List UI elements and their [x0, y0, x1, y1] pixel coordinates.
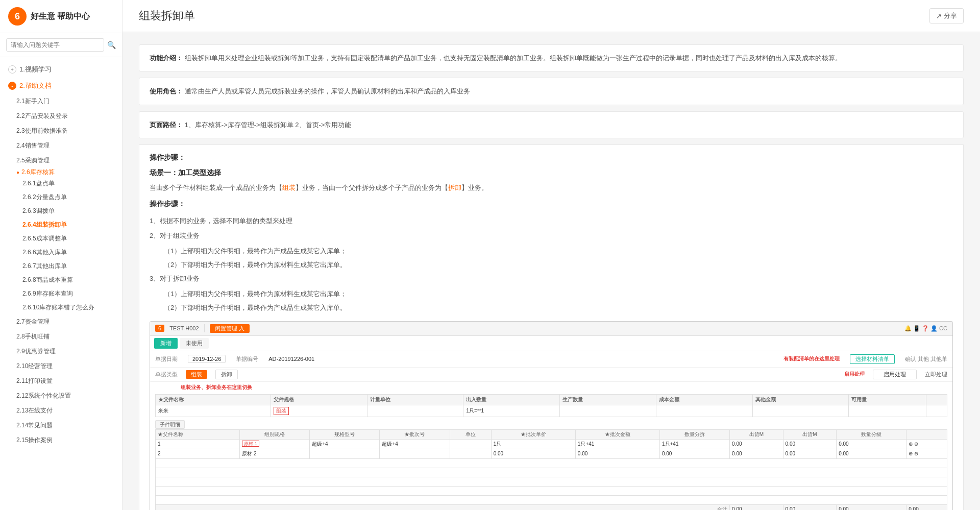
search-icon[interactable]: 🔍 [107, 41, 116, 49]
logo-text: 好生意 帮助中心 [31, 11, 90, 22]
sidebar-item-2-8[interactable]: 2.8手机旺铺 [16, 329, 122, 344]
sidebar-item-2-6-1[interactable]: 2.6.1盘点单 [22, 177, 122, 190]
date-label: 单据日期 [155, 355, 178, 363]
scenario1-title: 场景一：加工类型选择 [150, 168, 953, 178]
ltd-1-1: 1 [156, 439, 240, 449]
app-upper-table-container: ★父件名称 父件规格 计量单位 出入数量 生产数量 成本金额 其他金额 可用量 [150, 392, 952, 419]
sidebar-item-2-6-5[interactable]: 2.6.5成本调整单 [22, 232, 122, 246]
path-text: 1、库存核算->库存管理->组装拆卸单 2、首页->常用功能 [185, 121, 352, 129]
ltd-2-3 [310, 449, 380, 458]
nav-tab-new[interactable]: 新增 [154, 338, 178, 349]
ops-title: 操作步骤： [150, 153, 953, 162]
sidebar-item-2-14[interactable]: 2.14常见问题 [16, 418, 122, 433]
lth-3: 规格型号 [310, 429, 380, 439]
ltd-2-2: 原材 2 [240, 449, 310, 458]
tfoot-v4: 0.00 [906, 504, 947, 510]
empty-row-3 [156, 458, 947, 468]
assemble-tab[interactable]: 组装 [186, 370, 207, 379]
nav-tab-unused[interactable]: 未使用 [180, 338, 209, 349]
annotation-row2: 组装业务、拆卸业务在这里切换 [150, 382, 952, 392]
sidebar-item-2-2[interactable]: 2.2产品安装及登录 [16, 109, 122, 124]
ltd-2-7: 0.00 [575, 449, 659, 458]
sidebar-item-2-11[interactable]: 2.11打印设置 [16, 374, 122, 388]
app-form-row: 单据日期 2019-12-26 单据编号 AD-20191226-001 有装配… [150, 351, 952, 368]
sidebar-item-2[interactable]: - 2.帮助文档 [0, 78, 122, 94]
ltd-1-5 [450, 439, 491, 449]
sidebar-item-2-6[interactable]: ● 2.6库存核算 [16, 168, 122, 177]
step3-sub1: （1）上部明细为父件明细，最终作为原材料生成某它出库单； [164, 288, 953, 300]
td-row1-action [926, 405, 947, 417]
sidebar-item-2-6-2[interactable]: 2.6.2分量盘点单 [22, 190, 122, 204]
intro-label: 功能介绍： [150, 54, 183, 62]
sidebar-item-2-9[interactable]: 2.9优惠券管理 [16, 344, 122, 359]
lth-4: ★批次号 [380, 429, 450, 439]
ltd-2-11: 0.00 [837, 449, 906, 458]
type-tabs-label: 单据类型 [155, 371, 178, 378]
role-label: 使用角色： [150, 87, 183, 95]
tfoot-label: 合计 [156, 504, 730, 510]
ltd-2-6: 0.00 [491, 449, 575, 458]
date-val: 2019-12-26 [188, 355, 226, 363]
sidebar-item-2-6-4[interactable]: 2.6.4组装拆卸单 [22, 218, 122, 232]
confirm-btn[interactable]: 选择材料清单 [850, 354, 895, 364]
sidebar-item-2-12[interactable]: 2.12系统个性化设置 [16, 388, 122, 403]
intro-block: 功能介绍： 组装拆卸单用来处理企业组装或拆卸等加工业务，支持有固定装配清单的产品… [139, 44, 964, 71]
sidebar-item-2-5[interactable]: 2.5采购管理 [16, 153, 122, 168]
td-row1-unit [367, 405, 463, 417]
ltd-2-1: 2 [156, 449, 240, 458]
sidebar-item-2-6-7[interactable]: 2.6.7其他出库单 [22, 259, 122, 273]
step3-sub2: （2）下部明细为子件明细，最终作为产成品生成某它入库单。 [164, 302, 953, 313]
operate-btn[interactable]: 立即处理 [925, 371, 947, 378]
sidebar-item-2-4[interactable]: 2.4销售管理 [16, 138, 122, 153]
app-window: 6 TEST-H002 闲置管理-入 🔔 📱 ❓ 👤 CC 新增 未使用 [150, 322, 952, 510]
tfoot-v2: 0.00 [783, 504, 837, 510]
empty-row-6 [156, 486, 947, 495]
logo-area: 6 好生意 帮助中心 [0, 0, 122, 33]
sidebar-item-2-6-10[interactable]: 2.6.10库存账本错了怎么办 [22, 301, 122, 314]
sidebar-item-2-3[interactable]: 2.3使用前数据准备 [16, 124, 122, 138]
sidebar-item-2-1[interactable]: 2.1新手入门 [16, 94, 122, 109]
sidebar-item-1[interactable]: + 1.视频学习 [0, 61, 122, 78]
disassemble-highlight: 拆卸 [448, 184, 461, 191]
sidebar-sub-list-2: 2.1新手入门 2.2产品安装及登录 2.3使用前数据准备 2.4销售管理 2.… [0, 94, 122, 448]
path-label: 页面路径： [150, 121, 183, 129]
sidebar-item-2-15[interactable]: 2.15操作案例 [16, 433, 122, 448]
sidebar-item-2-7[interactable]: 2.7资金管理 [16, 314, 122, 329]
minus-icon-2-6: ● [16, 169, 19, 175]
th-unit: 计量单位 [367, 394, 463, 405]
path-block: 页面路径： 1、库存核算->库存管理->组装拆卸单 2、首页->常用功能 [139, 111, 964, 138]
th-parent-name: ★父件名称 [156, 394, 271, 405]
th-produce-qty: 生产数量 [560, 394, 656, 405]
lth-2: 组别规格 [240, 429, 310, 439]
ops-steps-label: 操作步骤： [150, 200, 953, 209]
app-topbar-btn[interactable]: 闲置管理-入 [210, 324, 250, 333]
sidebar-item-2-6-6[interactable]: 2.6.6其他入库单 [22, 246, 122, 259]
app-navbar: 新增 未使用 [150, 336, 952, 351]
share-button[interactable]: ↗ 分享 [929, 8, 964, 23]
ltd-1-3: 超级+4 [310, 439, 380, 449]
th-other-amt: 其他金额 [752, 394, 849, 405]
sidebar-item-2-6-8[interactable]: 2.6.8商品成本重算 [22, 273, 122, 287]
lth-7: ★批次金额 [575, 429, 659, 439]
td-row1-avail [849, 405, 926, 417]
sidebar-item-2-10[interactable]: 2.10经营管理 [16, 359, 122, 374]
step1: 1、根据不同的业务，选择不同单据的类型来处理 [150, 215, 953, 227]
step2: 2、对于组装业务 [150, 230, 953, 241]
ltd-1-2: 原材 1 [240, 439, 310, 449]
operate-label[interactable]: 启用处理 [873, 370, 917, 379]
search-input[interactable] [6, 38, 104, 52]
assemble-highlight: 组装 [282, 184, 296, 191]
expand-icon-1: + [8, 65, 16, 74]
th-ops [926, 394, 947, 405]
share-label: 分享 [944, 11, 957, 20]
td-row1-cost [656, 405, 752, 417]
sidebar-item-2-6-3[interactable]: 2.6.3调拨单 [22, 204, 122, 218]
scenario1-desc: 当由多个子件材料组装成一个成品的业务为【组装】业务，当由一个父件拆分成多个子产品… [150, 182, 953, 195]
sidebar-sub-sub-list-2-6: 2.6.1盘点单 2.6.2分量盘点单 2.6.3调拨单 2.6.4组装拆卸单 … [16, 177, 122, 314]
sidebar-item-2-6-9[interactable]: 2.6.9库存账本查询 [22, 287, 122, 301]
lth-9: 出货M [730, 429, 783, 439]
share-icon: ↗ [936, 12, 942, 20]
disassemble-tab[interactable]: 拆卸 [215, 370, 238, 379]
annotation-2-label: 组装业务、拆卸业务在这里切换 [181, 384, 252, 390]
sidebar-item-2-13[interactable]: 2.13在线支付 [16, 403, 122, 418]
